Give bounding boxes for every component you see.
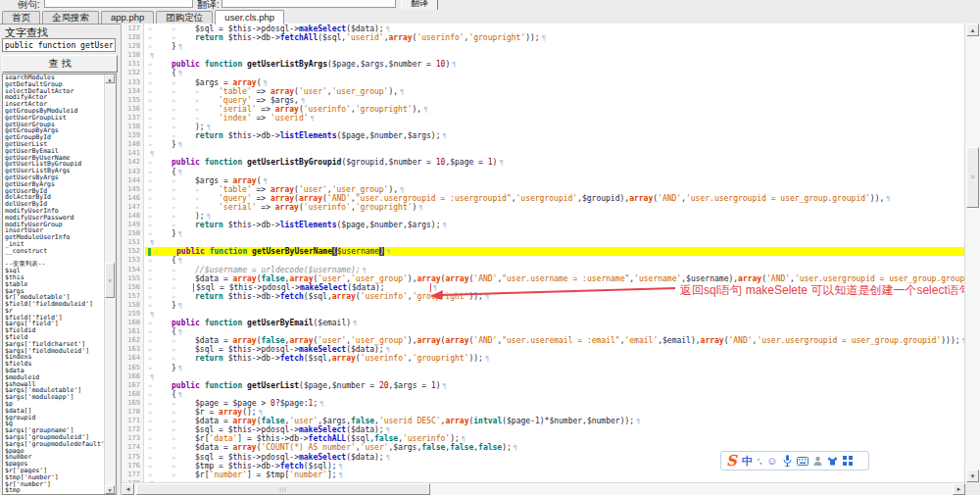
code-line-body: ¶ [145, 310, 965, 319]
symbol-list-item[interactable]: $groupid [3, 415, 116, 421]
line-number: 161 [122, 327, 145, 336]
code-line-body: »»$data = array(false,array('user','user… [145, 336, 965, 345]
indent-guide-icon: » [148, 284, 172, 292]
code-line: 177»»$r['number'] = $tmp['number'];¶ [122, 470, 965, 479]
line-end-mark-icon: ¶ [339, 471, 343, 479]
line-end-mark-icon: ¶ [353, 320, 357, 327]
microphone-icon[interactable] [783, 455, 792, 467]
tab--[interactable]: 首页 [2, 11, 40, 24]
code-line: 144»»$args = array(¶ [122, 176, 965, 185]
scroll-down-icon[interactable]: ▼ [966, 470, 979, 482]
line-end-mark-icon: ¶ [207, 124, 211, 131]
ime-toolbar[interactable]: S 中 ’, ☺ [720, 451, 869, 470]
line-end-mark-icon: ¶ [178, 169, 182, 176]
keyboard-icon[interactable] [797, 457, 808, 466]
line-number: 171 [122, 417, 145, 425]
indent-guide-icon: » [148, 418, 172, 425]
code-line-body: ¶ [145, 238, 965, 247]
search-button[interactable]: 查 找 [2, 55, 118, 73]
indent-guide-icon: » [172, 115, 195, 123]
code-line: 172»»$sql = $this->pdosql->makeSelect($d… [122, 425, 965, 434]
code-line: 152»public function getUserByUserName($u… [122, 247, 965, 256]
vertical-scroll-thumb[interactable]: ≡ [966, 147, 979, 208]
line-end-mark-icon: ¶ [386, 346, 390, 354]
line-end-mark-icon: ¶ [150, 150, 154, 158]
line-end-mark-icon: ¶ [178, 257, 182, 265]
sidebar: 文字查找 查 找 searchModulesgetDefaultGroupsel… [0, 25, 121, 495]
editor-vertical-scrollbar[interactable]: ▲ ≡ ▼ [964, 24, 980, 482]
editor-horizontal-scrollbar[interactable]: ◄ ||| ► [122, 482, 965, 495]
scroll-left-icon[interactable]: ◄ [122, 483, 134, 495]
indent-guide-icon: » [172, 79, 195, 87]
code-line: 128»»return $this->db->fetchAll($sql,'us… [122, 33, 965, 42]
indent-guide-icon: » [148, 355, 172, 363]
code-line-body: »»return $this->db->listElements($page,$… [145, 131, 965, 140]
line-number: 148 [122, 212, 145, 221]
line-number: 136 [122, 105, 145, 114]
line-number: 170 [122, 408, 145, 417]
scroll-right-icon[interactable]: ► [953, 483, 965, 495]
indent-guide-icon: » [148, 195, 172, 203]
indent-guide-icon: » [148, 320, 172, 327]
indent-guide-icon: » [148, 88, 172, 96]
indent-guide-icon: » [148, 43, 172, 51]
code-line-body: »»$page = $page > 0?$page:1;¶ [145, 399, 965, 408]
translate-button[interactable]: 翻译 [401, 0, 438, 10]
code-line: 169»»$page = $page > 0?$page:1;¶ [122, 399, 965, 408]
indent-guide-icon: » [172, 471, 195, 479]
line-number: 152 [122, 247, 145, 256]
translate-input[interactable] [221, 0, 396, 8]
code-line: 130¶ [122, 51, 965, 60]
code-line: 167»public function getUserList($page,$n… [122, 381, 965, 390]
code-line-body: »{¶ [145, 256, 965, 265]
symbol-list-item[interactable]: $args['moduleapp'] [3, 394, 116, 401]
line-number: 174 [122, 443, 145, 452]
code-line: 127»»$sql = $this->pdosql->makeSelect($d… [122, 25, 965, 33]
code-line: 163»»$sql = $this->pdosql->makeSelect($d… [122, 345, 965, 354]
scroll-up-icon[interactable]: ▲ [966, 24, 979, 36]
symbol-list-item[interactable]: __construct [3, 248, 116, 255]
code-line-body: »»$r = array();¶ [145, 408, 965, 417]
text-search-input[interactable] [2, 38, 116, 52]
horizontal-scroll-thumb[interactable]: ||| [136, 483, 430, 495]
indent-guide-icon: » [148, 471, 172, 479]
line-end-mark-icon: ¶ [178, 328, 182, 336]
indent-guide-icon: » [195, 106, 219, 114]
indent-guide-icon: » [172, 177, 195, 185]
tab-app-php[interactable]: app.php [101, 11, 154, 24]
scroll-down-icon[interactable]: ▼ [105, 485, 115, 494]
line-end-mark-icon: ¶ [443, 382, 447, 390]
symbol-list-item[interactable]: $tmp [3, 487, 116, 494]
code-line: 129»}¶ [122, 42, 965, 51]
code-line: 173»»$r['data'] = $this->db->fetchALL($s… [122, 434, 965, 443]
scroll-up-icon[interactable]: ▲ [105, 74, 115, 83]
punctuation-icon[interactable]: ’, [758, 457, 761, 466]
chinese-mode-icon[interactable]: 中 [742, 454, 753, 469]
account-icon[interactable] [813, 456, 822, 466]
toolbox-grid-icon[interactable] [843, 456, 853, 466]
indent-guide-icon: » [172, 213, 195, 221]
code-editor[interactable]: 127»»$sql = $this->pdosql->makeSelect($d… [121, 24, 980, 495]
code-line-body: »}¶ [145, 42, 965, 51]
sogou-logo-icon[interactable]: S [726, 452, 737, 470]
code-line-body: »»return $this->db->listElements($page,$… [145, 221, 965, 229]
indent-guide-icon: » [172, 400, 195, 408]
line-end-mark-icon: ¶ [263, 177, 267, 185]
indent-guide-icon: » [148, 204, 172, 212]
example-input[interactable] [44, 0, 193, 8]
indent-guide-icon: » [172, 418, 195, 425]
tab--[interactable]: 全局搜索 [42, 11, 99, 24]
symbol-list-item[interactable]: $field['fieldmoduleid'] [3, 301, 116, 308]
indent-guide-icon: » [148, 302, 172, 310]
symbol-list-scrollbar[interactable]: ▲ ≡ ▼ [104, 74, 116, 494]
tab-user-cls-php[interactable]: user.cls.php [215, 10, 284, 25]
indent-guide-icon: » [148, 267, 172, 274]
symbol-list[interactable]: searchModulesgetDefaultGroupselectDefaul… [2, 74, 117, 495]
symbol-list-scroll-thumb[interactable]: ≡ [105, 263, 115, 298]
skin-icon[interactable] [827, 456, 838, 466]
indent-guide-icon: » [172, 284, 195, 292]
indent-guide-icon: » [195, 88, 219, 96]
line-number: 149 [122, 221, 145, 229]
tab--[interactable]: 团购定位 [156, 11, 213, 24]
emoji-icon[interactable]: ☺ [766, 455, 777, 467]
